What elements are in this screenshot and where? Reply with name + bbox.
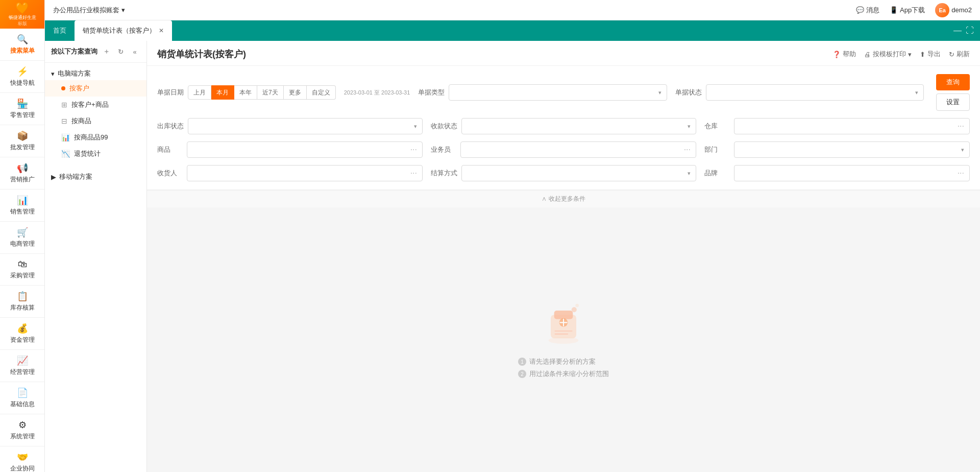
by-customer-label: 按客户 — [69, 84, 89, 93]
out-status-arrow: ▾ — [414, 123, 417, 130]
scheme-item-by-customer-goods[interactable]: ⊞ 按客户+商品 — [45, 97, 146, 113]
out-status-select[interactable]: ▾ — [188, 118, 423, 134]
mobile-scheme-group: ▶ 移动端方案 — [45, 166, 146, 187]
date-label: 单据日期 — [157, 88, 184, 97]
warehouse-select[interactable]: ··· — [734, 118, 970, 134]
right-content: 销货单统计表(按客户) ❓ 帮助 🖨 按模板打印 ▾ ⬆ 导出 — [147, 41, 980, 472]
sidebar-item-basic-info[interactable]: 📄 基础信息 — [0, 382, 45, 414]
sidebar-item-sales-mgmt[interactable]: 📊 销售管理 — [0, 190, 45, 222]
date-btn-this-year[interactable]: 本年 — [234, 85, 257, 100]
filter-receiver: 收货人 ··· — [157, 165, 423, 181]
brand-select[interactable]: ··· — [734, 165, 970, 181]
date-btn-more[interactable]: 更多 — [284, 85, 307, 100]
date-btn-last-month[interactable]: 上月 — [188, 85, 211, 100]
collapse-panel-button[interactable]: « — [129, 46, 140, 57]
home-tab-label: 首页 — [53, 26, 66, 35]
export-label: 导出 — [927, 50, 941, 59]
messages-button[interactable]: 💬 消息 — [856, 6, 879, 15]
settlement-label: 结算方式 — [431, 169, 457, 178]
filter-row-1: 单据日期 上月 本月 本年 近7天 更多 自定义 2023-03-01 至 20… — [157, 74, 970, 111]
add-scheme-button[interactable]: ＋ — [101, 46, 112, 57]
filter-row-4: 收货人 ··· 结算方式 ▾ 品牌 — [157, 165, 970, 181]
help-button[interactable]: ❓ 帮助 — [832, 50, 856, 59]
left-panel-header: 按以下方案查询 ＋ ↻ « — [45, 41, 146, 63]
top-header-left: 办公用品行业模拟账套 ▾ — [53, 6, 125, 15]
mobile-scheme-header[interactable]: ▶ 移动端方案 — [45, 170, 146, 183]
tab-home[interactable]: 首页 — [45, 20, 75, 41]
scheme-item-return-stats[interactable]: 📉 退货统计 — [45, 146, 146, 162]
page-actions: ❓ 帮助 🖨 按模板打印 ▾ ⬆ 导出 ↻ 刷新 — [832, 50, 970, 59]
sidebar-item-system-label: 系统管理 — [10, 432, 35, 441]
sidebar-item-finance-label: 资金管理 — [10, 336, 35, 344]
empty-tip-1: 1 请先选择要分析的方案 — [518, 357, 609, 366]
top-header: 办公用品行业模拟账套 ▾ 💬 消息 📱 App下载 Ea demo2 — [45, 0, 980, 20]
sidebar-item-inventory[interactable]: 📋 库存核算 — [0, 286, 45, 318]
app-download-button[interactable]: 📱 App下载 — [890, 6, 925, 15]
sidebar: 🧡 畅捷通好生意 标版 🔍 搜索菜单 ⚡ 快捷导航 🏪 零售管理 📦 批发管理 … — [0, 0, 45, 472]
receiver-select[interactable]: ··· — [187, 165, 423, 181]
filter-warehouse: 仓库 ··· — [704, 118, 970, 134]
query-button[interactable]: 查询 — [936, 74, 970, 90]
goods-select[interactable]: ··· — [187, 141, 423, 158]
sidebar-item-search-menu-label: 搜索菜单 — [10, 46, 35, 55]
collapse-bar[interactable]: ∧ 收起更多条件 — [147, 190, 980, 207]
settlement-select[interactable]: ▾ — [461, 165, 696, 181]
sidebar-item-search-menu[interactable]: 🔍 搜索菜单 — [0, 29, 45, 61]
settlement-arrow: ▾ — [688, 170, 691, 177]
tab-sales-stats[interactable]: 销货单统计表（按客户） ✕ — [75, 20, 172, 41]
refresh-scheme-button[interactable]: ↻ — [115, 46, 126, 57]
main-area: 办公用品行业模拟账套 ▾ 💬 消息 📱 App下载 Ea demo2 首页 销货… — [45, 0, 980, 472]
industry-selector[interactable]: 办公用品行业模拟账套 ▾ — [53, 6, 125, 15]
sidebar-item-sales-label: 销售管理 — [10, 207, 35, 216]
sidebar-item-quick-nav[interactable]: ⚡ 快捷导航 — [0, 61, 45, 93]
pay-status-select[interactable]: ▾ — [461, 118, 696, 134]
scheme-item-by-customer[interactable]: 按客户 — [45, 80, 146, 97]
date-btn-last-7[interactable]: 近7天 — [257, 85, 284, 100]
type-select[interactable]: ▾ — [449, 84, 667, 101]
sidebar-item-purchase[interactable]: 🛍 采购管理 — [0, 254, 45, 286]
salesperson-dots[interactable]: ··· — [684, 145, 691, 154]
scheme-item-by-goods-99[interactable]: 📊 按商品品99 — [45, 129, 146, 146]
refresh-button[interactable]: ↻ 刷新 — [949, 50, 970, 59]
status-dropdown-icon: ▾ — [915, 89, 918, 96]
receiver-dots[interactable]: ··· — [410, 169, 417, 178]
print-button[interactable]: 🖨 按模板打印 ▾ — [864, 50, 912, 59]
help-icon: ❓ — [832, 51, 841, 58]
tab-maximize-icon[interactable]: ⛶ — [966, 26, 974, 35]
sidebar-item-ecommerce[interactable]: 🛒 电商管理 — [0, 222, 45, 254]
tip-num-1: 1 — [518, 358, 526, 366]
sidebar-item-ops[interactable]: 📈 经营管理 — [0, 350, 45, 382]
settings-button[interactable]: 设置 — [936, 93, 970, 111]
app-logo: 🧡 畅捷通好生意 标版 — [0, 0, 45, 29]
page-content: 按以下方案查询 ＋ ↻ « ▾ 电脑端方案 按客户 — [45, 41, 980, 472]
date-btn-custom[interactable]: 自定义 — [307, 85, 336, 100]
sidebar-item-enterprise[interactable]: 🤝 企业协同 — [0, 446, 45, 472]
scheme-item-by-goods[interactable]: ⊟ 按商品 — [45, 113, 146, 129]
close-tab-icon[interactable]: ✕ — [159, 27, 164, 34]
export-button[interactable]: ⬆ 导出 — [920, 50, 941, 59]
goods-dots[interactable]: ··· — [410, 145, 417, 154]
sidebar-item-wholesale-mgmt[interactable]: 📦 批发管理 — [0, 125, 45, 157]
filter-department: 部门 ▾ — [704, 141, 970, 158]
sidebar-item-ops-label: 经营管理 — [10, 368, 35, 376]
by-goods-99-label: 按商品品99 — [74, 133, 108, 142]
status-select[interactable]: ▾ — [706, 84, 924, 101]
filter-type: 单据类型 ▾ — [418, 84, 667, 101]
sidebar-item-system[interactable]: ⚙ 系统管理 — [0, 414, 45, 446]
sidebar-item-marketing[interactable]: 📢 营销推广 — [0, 157, 45, 190]
department-select[interactable]: ▾ — [734, 141, 970, 158]
salesperson-label: 业务员 — [431, 145, 456, 154]
sidebar-item-quick-nav-label: 快捷导航 — [10, 79, 35, 87]
user-profile[interactable]: Ea demo2 — [935, 3, 972, 17]
by-goods-label: 按商品 — [71, 116, 91, 126]
app-download-label: App下载 — [900, 6, 925, 15]
sidebar-item-enterprise-label: 企业协同 — [10, 464, 35, 472]
tab-minimize-icon[interactable]: — — [953, 26, 962, 35]
sidebar-item-retail-mgmt[interactable]: 🏪 零售管理 — [0, 93, 45, 125]
brand-dots[interactable]: ··· — [958, 169, 964, 178]
sidebar-item-finance[interactable]: 💰 资金管理 — [0, 318, 45, 350]
warehouse-dots[interactable]: ··· — [958, 122, 964, 131]
date-btn-this-month[interactable]: 本月 — [211, 85, 234, 100]
salesperson-select[interactable]: ··· — [460, 141, 696, 158]
desktop-scheme-header[interactable]: ▾ 电脑端方案 — [45, 67, 146, 80]
